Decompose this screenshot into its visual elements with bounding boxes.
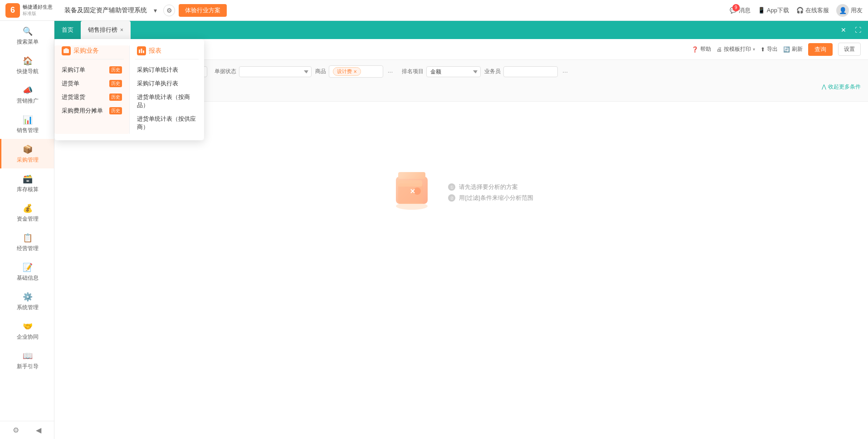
search-icon: 🔍 [23, 26, 33, 36]
filter-salesperson: 业务员 ··· [484, 66, 570, 77]
goods-tag-close[interactable]: × [354, 69, 357, 75]
tab-sales-ranking[interactable]: 销售排行榜 × [81, 21, 131, 39]
menu-item-purchase-order-stat[interactable]: 采购订单统计表 [135, 63, 199, 77]
business-section-title: 采购业务 [73, 47, 99, 55]
app-badge: 标准版 [23, 10, 53, 17]
sidebar-item-sales[interactable]: 📊 销售管理 [0, 109, 54, 139]
settings-btn[interactable]: 设置 [838, 43, 861, 56]
svg-rect-6 [63, 49, 69, 53]
rank-item-select[interactable]: 金额 [426, 66, 481, 77]
cooperation-icon: 🤝 [23, 321, 33, 331]
tab-bar: 首页 销售排行榜 × ✕ ⛶ [54, 21, 868, 39]
bottom-collapse-btn[interactable]: ◀ [36, 426, 41, 434]
notifications-btn[interactable]: 💬 9 消息 [730, 6, 751, 15]
menu-columns: 采购业务 采购订单 历史 进货单 历史 进货退货 历史 采购费用分摊单 历史 [54, 45, 204, 134]
export-btn[interactable]: ⬆ 导出 [761, 45, 778, 53]
sidebar-bottom: ⚙ ◀ [0, 421, 54, 439]
menu-item-purchase-order-exec[interactable]: 采购订单执行表 [135, 77, 199, 90]
step-num-1: ① [448, 183, 455, 191]
sidebar-item-finance[interactable]: 💰 资金管理 [0, 198, 54, 227]
salesperson-input[interactable] [503, 66, 558, 77]
sidebar-item-purchase-label: 采购管理 [17, 156, 39, 164]
sidebar-item-quick-nav[interactable]: 🏠 快捷导航 [0, 50, 54, 80]
sidebar-item-cooperation[interactable]: 🤝 企业协同 [0, 316, 54, 345]
sidebar-item-guide[interactable]: 📖 新手引导 [0, 345, 54, 375]
query-btn[interactable]: 查询 [808, 43, 833, 56]
user-area[interactable]: 👤 用友 [836, 4, 863, 17]
tab-home[interactable]: 首页 [54, 21, 81, 39]
collapse-label: 收起更多条件 [828, 83, 861, 91]
collapse-more-btn[interactable]: ⋀ 收起更多条件 [822, 83, 861, 91]
svg-rect-2 [397, 180, 422, 187]
home-icon: 🏠 [23, 56, 33, 66]
logo-area: 6 畅捷通好生意 标准版 [5, 3, 60, 18]
empty-svg [389, 172, 434, 213]
menu-business-header: 采购业务 [60, 45, 124, 59]
tab-home-label: 首页 [62, 26, 73, 34]
finance-icon: 💰 [23, 203, 33, 213]
collapse-wrapper: ⋀ 收起更多条件 [822, 83, 861, 91]
notification-count: 9 [732, 4, 740, 11]
sidebar-item-marketing[interactable]: 📣 营销推广 [0, 80, 54, 109]
notification-badge-wrapper: 💬 9 [730, 7, 737, 14]
sidebar-item-inventory[interactable]: 🗃️ 库存核算 [0, 168, 54, 198]
purchase-icon: 📦 [23, 144, 33, 154]
sidebar-item-basic-info[interactable]: 📝 基础信息 [0, 257, 54, 286]
tab-close-btn[interactable]: × [120, 27, 123, 33]
sidebar-item-purchase[interactable]: 📦 采购管理 [0, 139, 54, 168]
sidebar-item-guide-label: 新手引导 [17, 363, 39, 370]
system-icon: ⚙️ [23, 292, 33, 302]
purchase-receipt-label: 进货单 [62, 79, 79, 88]
menu-item-purchase-order[interactable]: 采购订单 历史 [60, 63, 124, 77]
purchase-order-stat-label: 采购订单统计表 [137, 66, 178, 74]
sidebar-item-marketing-label: 营销推广 [17, 97, 39, 105]
menu-col-business: 采购业务 采购订单 历史 进货单 历史 进货退货 历史 采购费用分摊单 历史 [54, 45, 129, 134]
export-icon: ⬆ [761, 46, 765, 53]
menu-item-purchase-expense[interactable]: 采购费用分摊单 历史 [60, 104, 124, 118]
menu-item-purchase-receipt[interactable]: 进货单 历史 [60, 77, 124, 90]
print-icon: 🖨 [717, 46, 722, 53]
purchase-order-label: 采购订单 [62, 66, 85, 74]
purchase-expense-history: 历史 [109, 107, 122, 114]
sidebar-item-system[interactable]: ⚙️ 系统管理 [0, 286, 54, 316]
report-section-icon [137, 46, 146, 55]
voucher-status-select[interactable] [239, 66, 312, 77]
sidebar-item-operations-label: 经营管理 [17, 245, 39, 252]
bottom-settings-btn[interactable]: ⚙ [13, 426, 19, 434]
goods-dots-btn[interactable]: ··· [386, 68, 395, 75]
menu-item-receipt-stat-goods[interactable]: 进货单统计表（按商品） [135, 90, 199, 112]
user-avatar: 👤 [836, 4, 849, 17]
receipt-stat-goods-label: 进货单统计表（按商品） [137, 93, 197, 109]
sidebar: 🔍 搜索菜单 🏠 快捷导航 📣 营销推广 📊 销售管理 📦 采购管理 🗃️ 库存… [0, 21, 54, 439]
help-label: 帮助 [700, 45, 711, 53]
salesperson-dots-btn[interactable]: ··· [561, 68, 570, 75]
sidebar-item-cooperation-label: 企业协同 [17, 333, 39, 341]
empty-tip-1-text: 请先选择要分析的方案 [459, 183, 518, 191]
system-dropdown-btn[interactable]: ▾ [151, 6, 160, 15]
sidebar-item-operations[interactable]: 📋 经营管理 [0, 227, 54, 257]
system-title-area: 装备及固定资产辅助管理系统 ▾ ⚙ 体验行业方案 [60, 4, 730, 17]
system-settings-btn[interactable]: ⚙ [163, 5, 175, 16]
salesperson-label: 业务员 [484, 68, 501, 75]
purchase-return-history: 历史 [109, 94, 122, 101]
app-download-btn[interactable]: 📱 App下载 [758, 6, 789, 15]
filter-voucher-status: 单据状态 ▾ [215, 66, 308, 77]
guide-icon: 📖 [23, 351, 33, 361]
refresh-btn[interactable]: 🔄 刷新 [783, 45, 803, 53]
operations-icon: 📋 [23, 233, 33, 243]
empty-tip-2-text: 用[过滤]条件来缩小分析范围 [459, 194, 533, 202]
tab-fullscreen-btn[interactable]: ⛶ [853, 25, 863, 35]
menu-col-report: 报表 采购订单统计表 采购订单执行表 进货单统计表（按商品） 进货单统计表（按供… [130, 45, 205, 134]
online-service-label: 在线客服 [805, 6, 829, 15]
sidebar-item-search[interactable]: 🔍 搜索菜单 [0, 21, 54, 50]
goods-tag: 设计费 × [333, 67, 361, 76]
help-btn[interactable]: ❓ 帮助 [692, 45, 711, 53]
industry-btn[interactable]: 体验行业方案 [179, 4, 227, 17]
print-btn[interactable]: 🖨 按模板打印 ▾ [717, 45, 755, 53]
online-service-btn[interactable]: 🎧 在线客服 [796, 6, 829, 15]
tab-close-window-btn[interactable]: ✕ [838, 25, 849, 35]
menu-item-purchase-return[interactable]: 进货退货 历史 [60, 90, 124, 104]
svg-rect-8 [139, 49, 140, 53]
menu-item-receipt-stat-supplier[interactable]: 进货单统计表（按供应商） [135, 112, 199, 134]
svg-rect-10 [143, 50, 144, 53]
